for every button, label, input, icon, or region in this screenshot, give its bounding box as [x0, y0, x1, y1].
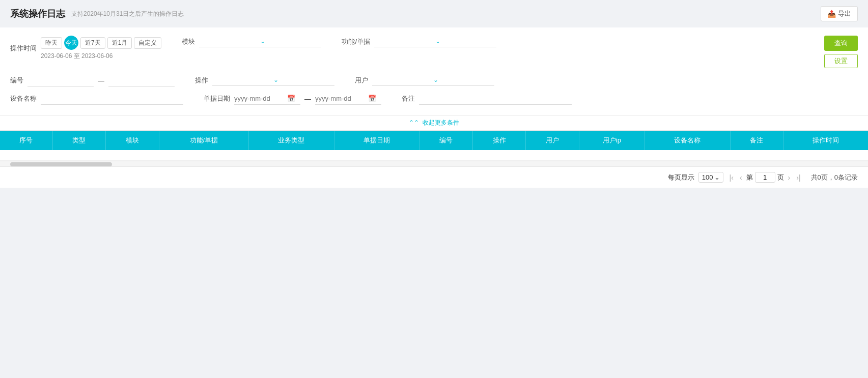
col-operation: 操作 — [472, 131, 525, 150]
operation-label: 操作 — [195, 76, 208, 85]
time-btn-today[interactable]: 今天 — [64, 36, 78, 50]
number-input-end[interactable] — [108, 74, 175, 86]
time-options: 昨天 今天 近7天 近1月 自定义 — [41, 36, 161, 50]
col-number: 序号 — [0, 131, 52, 150]
horizontal-scrollbar[interactable] — [0, 161, 868, 167]
filter-group-function: 功能/单据 ⌄ — [342, 36, 496, 47]
voucher-date-end-wrap: 📅 — [315, 93, 381, 105]
filter-group-remark: 备注 — [402, 93, 572, 105]
time-btn-custom[interactable]: 自定义 — [134, 37, 161, 49]
number-input-start[interactable] — [27, 74, 94, 86]
collapse-icon: ⌃⌃ — [409, 119, 419, 126]
operation-chevron-icon: ⌄ — [273, 76, 334, 83]
data-table: 序号 类型 模块 功能/单据 业务类型 单据日期 编号 操作 用户 用户ip 设… — [0, 131, 868, 161]
operation-select[interactable]: ⌄ — [212, 74, 334, 86]
function-chevron-icon: ⌄ — [435, 38, 496, 45]
col-type: 类型 — [52, 131, 105, 150]
module-select[interactable]: ⌄ — [199, 36, 321, 47]
per-page-label: 每页显示 — [668, 173, 694, 182]
time-btn-yesterday[interactable]: 昨天 — [41, 37, 62, 49]
voucher-date-dash: — — [304, 95, 311, 103]
filter-row-3: 设备名称 单据日期 📅 — 📅 备注 — [10, 93, 858, 105]
per-page-value: 100 — [702, 173, 713, 181]
voucher-date-end[interactable] — [315, 95, 366, 102]
filter-row-1: 操作时间 昨天 今天 近7天 近1月 自定义 2023-06-06 至 2023… — [10, 36, 858, 68]
collapse-text: 收起更多条件 — [423, 119, 459, 126]
module-chevron-icon: ⌄ — [260, 38, 321, 45]
col-device: 设备名称 — [645, 131, 730, 150]
table-container: 序号 类型 模块 功能/单据 业务类型 单据日期 编号 操作 用户 用户ip 设… — [0, 131, 868, 161]
prev-page-button[interactable]: ‹ — [738, 172, 744, 183]
function-label: 功能/单据 — [342, 37, 370, 46]
time-range-text: 2023-06-06 至 2023-06-06 — [41, 52, 161, 61]
col-voucher-date: 单据日期 — [334, 131, 419, 150]
col-business-type: 业务类型 — [249, 131, 334, 150]
time-btn-7days[interactable]: 近7天 — [80, 37, 105, 49]
filter-group-module: 模块 ⌄ — [182, 36, 321, 47]
current-page-input[interactable] — [755, 172, 775, 183]
collapse-bar[interactable]: ⌃⌃ 收起更多条件 — [0, 115, 868, 131]
user-label: 用户 — [355, 76, 368, 85]
filter-panel: 操作时间 昨天 今天 近7天 近1月 自定义 2023-06-06 至 2023… — [0, 27, 868, 115]
export-label: 导出 — [838, 9, 851, 18]
filter-group-time: 操作时间 昨天 今天 近7天 近1月 自定义 2023-06-06 至 2023… — [10, 36, 161, 61]
settings-button[interactable]: 设置 — [824, 54, 858, 68]
filter-group-user: 用户 ⌄ — [355, 74, 494, 86]
filter-group-voucher-date: 单据日期 📅 — 📅 — [204, 93, 381, 105]
user-select[interactable]: ⌄ — [372, 74, 494, 86]
scrollbar-thumb[interactable] — [10, 162, 112, 166]
filter-group-operation: 操作 ⌄ — [195, 74, 334, 86]
filter-row-2: 编号 — 操作 ⌄ 用户 ⌄ — [10, 74, 858, 86]
pagination-bar: 每页显示 100 ⌄ |‹ ‹ 第 页 › ›| 共0页，0条记录 — [0, 167, 868, 188]
filter-group-device: 设备名称 — [10, 93, 183, 105]
export-button[interactable]: 📤 导出 — [821, 6, 858, 21]
col-function: 功能/单据 — [159, 131, 248, 150]
time-container: 昨天 今天 近7天 近1月 自定义 2023-06-06 至 2023-06-0… — [41, 36, 161, 61]
time-label: 操作时间 — [10, 44, 37, 53]
per-page-select[interactable]: 100 ⌄ — [698, 172, 723, 183]
function-select[interactable]: ⌄ — [374, 36, 496, 47]
col-remark: 备注 — [730, 131, 783, 150]
last-page-button[interactable]: ›| — [794, 172, 802, 183]
filter-group-number: 编号 — — [10, 74, 175, 86]
remark-label: 备注 — [402, 94, 415, 103]
number-label: 编号 — [10, 76, 23, 85]
export-icon: 📤 — [827, 10, 836, 18]
voucher-date-start-wrap: 📅 — [234, 93, 300, 105]
next-page-button[interactable]: › — [786, 172, 793, 183]
page-subtitle: 支持2020年10月31日之后产生的操作日志 — [71, 10, 184, 18]
empty-area — [0, 150, 868, 161]
page-title: 系统操作日志 — [10, 8, 65, 20]
col-operation-time: 操作时间 — [783, 131, 868, 150]
table-head: 序号 类型 模块 功能/单据 业务类型 单据日期 编号 操作 用户 用户ip 设… — [0, 131, 868, 150]
table-header-row: 序号 类型 模块 功能/单据 业务类型 单据日期 编号 操作 用户 用户ip 设… — [0, 131, 868, 150]
header-left: 系统操作日志 支持2020年10月31日之后产生的操作日志 — [10, 8, 184, 20]
empty-row — [0, 150, 868, 161]
page-suffix: 页 — [777, 173, 784, 182]
device-label: 设备名称 — [10, 94, 37, 103]
voucher-date-label: 单据日期 — [204, 94, 230, 103]
voucher-date-start[interactable] — [234, 95, 285, 102]
col-module: 模块 — [106, 131, 159, 150]
remark-input[interactable] — [419, 93, 572, 105]
action-buttons: 查询 设置 — [824, 36, 858, 68]
col-user: 用户 — [526, 131, 579, 150]
page-header: 系统操作日志 支持2020年10月31日之后产生的操作日志 📤 导出 — [0, 0, 868, 27]
time-btn-1month[interactable]: 近1月 — [107, 37, 132, 49]
col-user-ip: 用户ip — [579, 131, 645, 150]
number-dash: — — [98, 77, 104, 84]
user-chevron-icon: ⌄ — [433, 76, 494, 83]
first-page-button[interactable]: |‹ — [727, 172, 736, 183]
module-label: 模块 — [182, 37, 195, 46]
col-number-col: 编号 — [419, 131, 472, 150]
calendar-icon-start[interactable]: 📅 — [287, 95, 295, 102]
total-info: 共0页，0条记录 — [811, 173, 858, 182]
table-body — [0, 150, 868, 161]
calendar-icon-end[interactable]: 📅 — [368, 95, 376, 102]
device-input[interactable] — [41, 93, 183, 105]
per-page-chevron-icon: ⌄ — [714, 173, 720, 181]
page-label: 第 — [746, 173, 753, 182]
page-nav: |‹ ‹ 第 页 › ›| — [727, 172, 803, 183]
query-button[interactable]: 查询 — [824, 36, 858, 51]
